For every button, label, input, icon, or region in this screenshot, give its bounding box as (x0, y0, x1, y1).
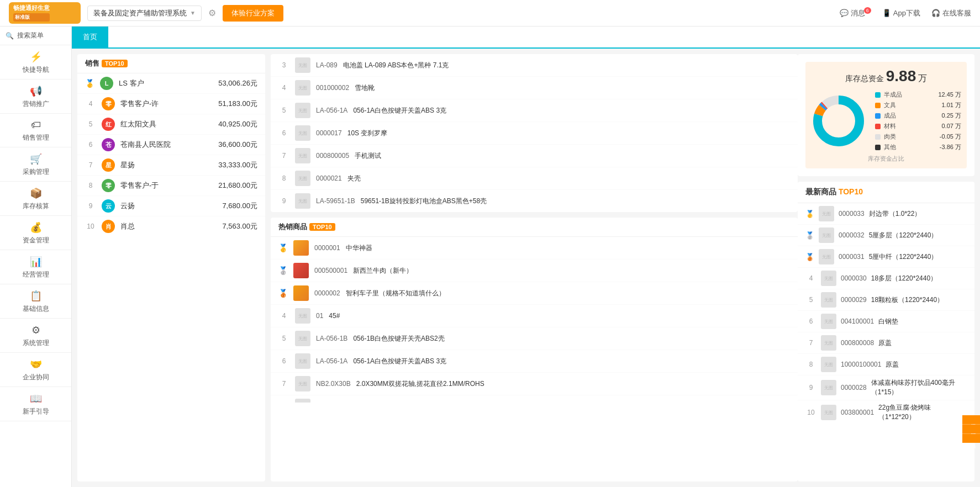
product-img (293, 285, 309, 301)
list-item: 7 星 星扬 33,333.00元 (77, 155, 265, 176)
legend-item: 材料 0.07 万 (875, 122, 961, 130)
logo: 畅捷通好生意 标准版 (9, 2, 81, 23)
online-service-btn[interactable]: 🎧 在线客服 (931, 8, 971, 18)
legend-value: -0.05 万 (940, 133, 961, 141)
sidebar-item-label: 系统管理 (23, 338, 49, 348)
customer-name: 零售客户-许 (120, 99, 213, 109)
rank-num: 7 (85, 161, 96, 169)
product-img: 无图 (821, 380, 836, 395)
legend-label: 文具 (884, 101, 939, 109)
system-icon: ⚙ (31, 324, 40, 336)
sidebar-item-label: 基础信息 (23, 304, 49, 314)
inventory-total: 库存总资金 9.88 万 (811, 67, 961, 85)
sidebar-item-label: 资金管理 (23, 236, 49, 245)
rank-num: 10 (85, 223, 96, 230)
product-code: 0000028 (841, 384, 867, 391)
medal-icon: 🥉 (278, 289, 288, 298)
sidebar-item-quick-nav[interactable]: ⚡ 快捷导航 (0, 45, 71, 80)
headset-icon: 🎧 (931, 9, 940, 17)
rank-num: 6 (805, 317, 816, 325)
phone-icon: 📱 (882, 9, 891, 17)
product-code: 004100001 (841, 317, 874, 325)
legend-item: 半成品 12.45 万 (875, 91, 961, 99)
product-name: 中华神器 (346, 244, 790, 253)
service-community-btn[interactable]: 服务社区 (962, 425, 980, 434)
inventory-bg: 库存总资金 9.88 万 (805, 62, 967, 168)
product-code: 0000030 (841, 274, 867, 282)
list-item: 5 无图 0000029 18颗粒板（1220*2440） (798, 289, 974, 311)
customer-top10-header: 销售 TOP10 (77, 54, 265, 73)
medal-icon: 🥇 (805, 210, 814, 218)
product-name: 10S 变刹罗摩 (347, 129, 790, 138)
guide-icon: 📖 (30, 393, 42, 405)
search-menu[interactable]: 🔍 搜索菜单 (0, 27, 71, 45)
product-code: 0000033 (839, 210, 865, 218)
sidebar-item-purchase[interactable]: 🛒 采购管理 (0, 147, 71, 182)
product-img: 无图 (295, 57, 310, 73)
sidebar-item-finance[interactable]: 💰 资金管理 (0, 216, 71, 250)
tab-home[interactable]: 首页 (72, 27, 108, 47)
sidebar-item-operations[interactable]: 📊 经营管理 (0, 250, 71, 284)
customer-amount: 40,925.00元 (218, 119, 257, 129)
product-img: 无图 (295, 308, 310, 324)
rank-num: 7 (805, 339, 816, 347)
sold-products-card: 3 无图 LA-089 电池盖 LA-089 ABS本色+黑种 7.1克 4 无… (271, 54, 798, 212)
message-btn[interactable]: 💬 消息 6 (840, 8, 871, 18)
main-tabs: 首页 (72, 27, 980, 49)
avatar: 零 (102, 179, 115, 192)
inventory-unit: 万 (918, 73, 927, 83)
legend-color (875, 124, 881, 129)
system-selector[interactable]: 装备及固定资产辅助管理系统 ▼ (87, 6, 202, 21)
customer-name: 星扬 (120, 160, 213, 170)
product-code: LA-056-1A (316, 107, 347, 114)
customer-name: LS 客户 (119, 78, 213, 88)
avatar: 肖 (102, 220, 115, 233)
product-name: 原盖 (886, 360, 967, 369)
experience-btn[interactable]: 体验行业方案 (223, 5, 283, 22)
product-name: 056-1A白色按键开关盖ABS 3克 (353, 357, 790, 366)
list-item: 10 无图 003800001 22g鱼豆腐·烧烤味（1*12*20） (798, 400, 974, 425)
float-buttons: 客服热线 服务社区 直播 (962, 415, 980, 443)
sidebar-item-basic[interactable]: 📋 基础信息 (0, 284, 71, 319)
main: 首页 销售 TOP10 🥇 L (72, 27, 980, 487)
product-name: 5厘中纤（1220*2440） (869, 252, 967, 262)
customer-amount: 33,333.00元 (218, 160, 257, 170)
quick-nav-icon: ⚡ (30, 51, 42, 63)
medal-icon: 🥈 (278, 266, 288, 275)
product-code: LA-089 (316, 61, 338, 69)
avatar: 苍 (102, 138, 115, 151)
hot-products-card: 热销商品 TOP10 🥇 0000001 中华神器 (271, 218, 798, 481)
legend-color (875, 145, 881, 150)
settings-icon[interactable]: ⚙ (208, 8, 216, 18)
product-name: 白钢垫 (878, 317, 967, 326)
customer-service-btn[interactable]: 客服热线 (962, 415, 980, 425)
sidebar-item-guide[interactable]: 📖 新手引导 (0, 387, 71, 421)
sidebar-item-coop[interactable]: 🤝 企业协同 (0, 353, 71, 387)
legend-value: 12.45 万 (938, 91, 961, 99)
product-name: 体减嘉枸味苏打饮品400毫升（1*15） (871, 378, 967, 397)
product-name: 18颗粒板（1220*2440） (871, 295, 967, 305)
medal-icon: 🥉 (805, 253, 814, 261)
customer-name: 肖总 (120, 221, 217, 231)
sidebar-item-sales[interactable]: 🏷 销售管理 (0, 114, 71, 147)
rank-num: 4 (85, 100, 96, 108)
list-item: 4 无图 001000002 雪地靴 (271, 77, 798, 99)
sidebar-item-label: 营销推广 (23, 99, 49, 109)
sidebar-item-marketing[interactable]: 📢 营销推广 (0, 80, 71, 114)
direct-btn[interactable]: 直播 (962, 434, 980, 443)
system-name: 装备及固定资产辅助管理系统 (93, 8, 187, 18)
sidebar-item-label: 快捷导航 (23, 65, 49, 75)
rank-num: 9 (85, 202, 96, 210)
list-item: 🥉 无图 0000031 5厘中纤（1220*2440） (798, 246, 974, 268)
list-item: 8 无图 0000011 12070519-xs (271, 395, 798, 403)
product-img (293, 263, 309, 278)
sidebar-item-system[interactable]: ⚙ 系统管理 (0, 319, 71, 353)
product-img: 无图 (295, 353, 310, 369)
list-item: 🥇 L LS 客户 53,006.26元 (77, 73, 265, 94)
legend-value: -3.86 万 (940, 143, 961, 151)
app-download-btn[interactable]: 📱 App下载 (882, 8, 920, 18)
customer-list: 🥇 L LS 客户 53,006.26元 4 零 零售客户-许 51,183.0… (77, 73, 265, 236)
rank-num: 4 (805, 274, 816, 282)
right-section: 库存总资金 9.88 万 (798, 54, 974, 481)
sidebar-item-inventory[interactable]: 📦 库存核算 (0, 182, 71, 216)
